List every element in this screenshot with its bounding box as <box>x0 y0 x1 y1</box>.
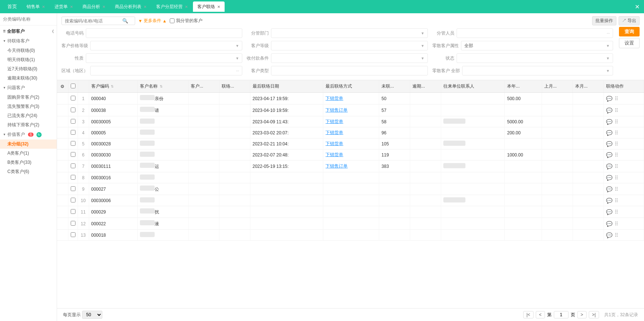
more-icon[interactable]: ⠿ <box>615 209 618 215</box>
row-checkbox[interactable] <box>71 198 75 202</box>
row-last-method[interactable]: 下销货单 <box>323 138 379 149</box>
contact-icon[interactable]: 💬 <box>606 152 612 158</box>
row-checkbox-cell[interactable] <box>68 172 78 183</box>
settings-col[interactable]: ⚙ <box>57 80 68 93</box>
contact-icon[interactable]: 💬 <box>606 141 612 147</box>
customer-level-select[interactable]: ▼ <box>271 41 427 50</box>
code-col[interactable]: 客户编码 ⇅ <box>89 80 138 93</box>
sidebar-item-c-class[interactable]: C类客户(6) <box>0 167 57 176</box>
more-icon[interactable]: ⠿ <box>615 152 618 158</box>
refresh-icon[interactable]: ↻ <box>36 132 42 137</box>
more-icon[interactable]: ⠿ <box>615 119 618 125</box>
row-checkbox-cell[interactable] <box>68 218 78 230</box>
row-last-method[interactable]: 下销售订单 <box>323 105 379 116</box>
sidebar-item-declining[interactable]: 持续下滑客户(2) <box>0 120 57 130</box>
row-checkbox[interactable] <box>71 221 75 226</box>
score-section-title[interactable]: ▼ 价值客户 6 ↻ <box>0 130 57 140</box>
checkbox-col[interactable] <box>68 80 78 93</box>
tab-product-analysis-list[interactable]: 商品分析列表 ✕ <box>110 1 151 12</box>
row-last-method[interactable]: 下销货单 <box>323 149 379 160</box>
person-select[interactable]: ··· <box>457 28 613 38</box>
close-product-analysis[interactable]: ✕ <box>102 5 105 9</box>
row-checkbox[interactable] <box>71 96 75 100</box>
last-method-link[interactable]: 下销售订单 <box>325 107 348 113</box>
payment-select[interactable]: ▼ <box>271 53 427 63</box>
contact-icon[interactable]: 💬 <box>606 221 612 227</box>
contact-icon[interactable]: 💬 <box>606 198 612 204</box>
row-checkbox[interactable] <box>71 175 75 180</box>
close-customer-tier[interactable]: ✕ <box>185 5 188 9</box>
sidebar-item-week-pending[interactable]: 近7天待联络(0) <box>0 64 57 74</box>
row-checkbox[interactable] <box>71 152 75 157</box>
query-button[interactable]: 查询 <box>619 27 640 36</box>
more-icon[interactable]: ⠿ <box>615 186 618 192</box>
not-contacted-col[interactable]: 未联... <box>379 80 410 93</box>
page-number-input[interactable] <box>554 311 569 318</box>
row-last-method[interactable]: 下销货单 <box>323 116 379 127</box>
reset-button[interactable]: 设置 <box>619 38 640 48</box>
row-checkbox[interactable] <box>71 186 75 191</box>
scattered-customer-select[interactable]: ▼ <box>462 66 613 75</box>
more-icon[interactable]: ⠿ <box>615 96 618 102</box>
more-icon[interactable]: ⠿ <box>615 163 618 169</box>
my-customers-check[interactable] <box>170 18 175 23</box>
sidebar-item-abnormal[interactable]: 固购异常客户(2) <box>0 93 57 102</box>
tab-product-analysis[interactable]: 商品分析 ✕ <box>78 1 110 12</box>
last-method-link[interactable]: 下销货单 <box>325 152 343 157</box>
row-last-method[interactable]: 下销货单 <box>323 127 379 138</box>
more-icon[interactable]: ⠿ <box>615 198 618 204</box>
row-checkbox-cell[interactable] <box>68 183 78 195</box>
per-page-select[interactable]: 50 20 100 <box>82 311 102 319</box>
prev-page-button[interactable]: < <box>536 311 545 318</box>
tab-customer-contact[interactable]: 客户联络 ✕ <box>193 1 225 12</box>
last-method-link[interactable]: 下销售订单 <box>325 163 348 169</box>
scattered-attr-select[interactable]: 全部▼ <box>461 41 613 50</box>
last-method-link[interactable]: 下销货单 <box>325 130 343 135</box>
pending-section-title[interactable]: ▼ 待联络客户 <box>0 36 57 46</box>
batch-ops-button[interactable]: 批量操作 <box>592 16 616 25</box>
last-page-button[interactable]: >| <box>589 311 599 318</box>
more-icon[interactable]: ⠿ <box>615 232 618 238</box>
contact-icon[interactable]: 💬 <box>606 96 612 102</box>
my-customers-checkbox[interactable]: 我分管的客户 <box>170 18 203 24</box>
this-year-col[interactable]: 本年... <box>505 80 542 93</box>
phone-input[interactable] <box>86 28 242 38</box>
customer-type-select[interactable] <box>271 66 427 75</box>
status-select[interactable]: ▼ <box>457 53 613 63</box>
more-icon[interactable]: ⠿ <box>615 107 618 113</box>
nature-select[interactable]: ▼ <box>86 53 242 63</box>
tab-sales-order[interactable]: 销售单 ✕ <box>22 1 49 12</box>
row-checkbox[interactable] <box>71 141 75 146</box>
more-icon[interactable]: ⠿ <box>615 130 618 136</box>
row-checkbox-cell[interactable] <box>68 105 78 116</box>
close-product-analysis-list[interactable]: ✕ <box>144 5 147 9</box>
more-icon[interactable]: ⠿ <box>615 141 618 147</box>
sidebar-collapse-icon[interactable]: 《 <box>50 29 54 34</box>
row-last-method[interactable]: 下销货单 <box>323 93 379 105</box>
row-checkbox-cell[interactable] <box>68 93 78 105</box>
home-tab[interactable]: 首页 <box>3 3 21 10</box>
dept-select[interactable]: ▼ <box>271 28 427 38</box>
last-date-col[interactable]: 最后联络日期 <box>250 80 323 93</box>
close-customer-contact[interactable]: ✕ <box>217 5 220 9</box>
this-month-col[interactable]: 本月... <box>573 80 603 93</box>
contact-icon[interactable]: 💬 <box>606 130 612 136</box>
all-customers-header[interactable]: ⠿ 全部客户 《 <box>0 25 57 36</box>
row-checkbox[interactable] <box>71 163 75 168</box>
row-checkbox[interactable] <box>71 119 75 124</box>
sidebar-item-churn-warning[interactable]: 流失预警客户(3) <box>0 102 57 111</box>
sidebar-item-b-class[interactable]: B类客户(33) <box>0 158 57 167</box>
close-purchase-order[interactable]: ✕ <box>70 5 73 9</box>
contact-icon[interactable]: 💬 <box>606 186 612 192</box>
last-method-col[interactable]: 最后联络方式 <box>323 80 379 93</box>
last-method-link[interactable]: 下销货单 <box>325 119 343 124</box>
row-checkbox-cell[interactable] <box>68 230 78 241</box>
main-search-input[interactable] <box>65 18 120 24</box>
sidebar-item-overdue-pending[interactable]: 逾期未联络(30) <box>0 74 57 83</box>
close-sales-order[interactable]: ✕ <box>42 5 45 9</box>
customer-type-col[interactable]: 客户... <box>188 80 219 93</box>
last-method-link[interactable]: 下销货单 <box>325 96 343 101</box>
row-checkbox[interactable] <box>71 107 75 112</box>
row-checkbox-cell[interactable] <box>68 138 78 149</box>
row-checkbox-cell[interactable] <box>68 195 78 206</box>
